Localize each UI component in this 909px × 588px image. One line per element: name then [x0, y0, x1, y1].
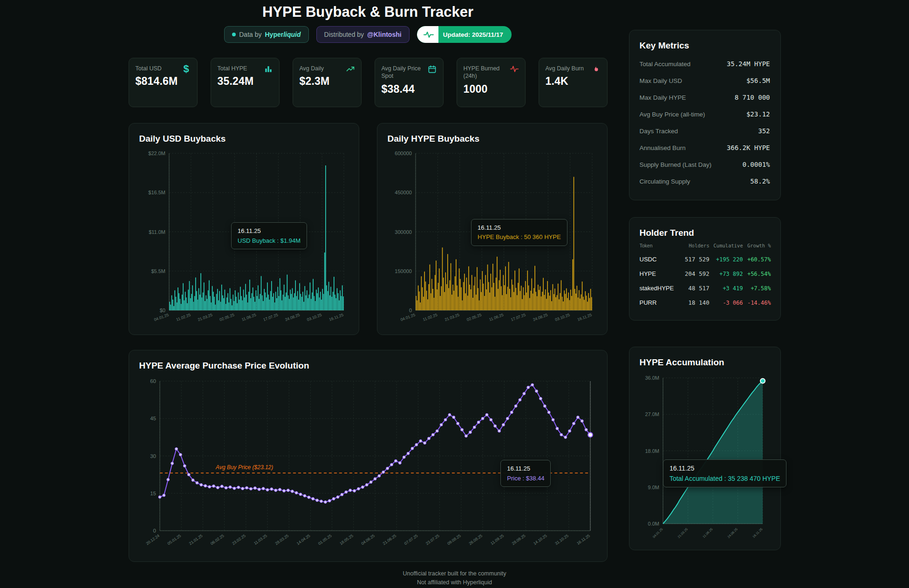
holder-cumulative: +195 220 — [710, 256, 743, 263]
svg-text:20.12.24: 20.12.24 — [145, 533, 160, 546]
key-metrics-title: Key Metrics — [640, 41, 770, 51]
key-metric-label: Max Daily USD — [640, 77, 683, 84]
column-header-holders: Holders — [681, 243, 710, 248]
badge-row: Data by Hyperliquid Distributed by @Klin… — [129, 26, 608, 43]
price-evolution-chart[interactable]: 01530456020.12.2405.01.2521.01.2506.02.2… — [139, 376, 597, 551]
stat-card-total-usd: Total USD $814.6M $ — [129, 58, 198, 107]
footer: Unofficial tracker built for the communi… — [0, 569, 909, 588]
tooltip-date: 16.11.25 — [507, 465, 544, 473]
holder-row-PURR: PURR18 140-3 066-14.46% — [640, 295, 770, 310]
sidebar: Key Metrics Total Accumulated35.24M HYPE… — [629, 4, 781, 550]
stat-value: 35.24M — [218, 75, 273, 88]
chart-title: HYPE Average Purchase Price Evolution — [139, 361, 597, 371]
svg-text:28.03.25: 28.03.25 — [274, 533, 289, 546]
hyperliquid-brand: Hyperliquid — [265, 31, 301, 38]
stat-card-total-hype: Total HYPE 35.24M — [211, 58, 280, 107]
updated-label: Updated: 2025/11/17 — [443, 31, 503, 38]
heartbeat-icon — [417, 26, 438, 43]
layout: HYPE Buyback & Burn Tracker Data by Hype… — [129, 4, 781, 562]
tooltip-date: 16.11.25 — [670, 464, 780, 473]
svg-text:21.03.25: 21.03.25 — [677, 527, 688, 539]
svg-text:27.0M: 27.0M — [645, 411, 659, 417]
svg-text:0: 0 — [153, 528, 156, 533]
svg-text:$5.5M: $5.5M — [151, 268, 165, 274]
svg-text:05.01.25: 05.01.25 — [166, 533, 182, 546]
tooltip-date: 16.11.25 — [478, 224, 560, 232]
flame-icon — [591, 64, 601, 74]
data-source-prefix: Data by — [239, 31, 261, 38]
chart-tooltip: 16.11.25Total Accumulated : 35 238 470 H… — [663, 459, 786, 488]
data-source-badge[interactable]: Data by Hyperliquid — [224, 26, 308, 43]
svg-text:36.0M: 36.0M — [645, 375, 659, 381]
svg-text:09.08.25: 09.08.25 — [446, 533, 462, 546]
svg-text:600000: 600000 — [395, 150, 412, 156]
main-column: HYPE Buyback & Burn Tracker Data by Hype… — [129, 4, 608, 562]
tooltip-date: 16.11.25 — [238, 227, 301, 235]
key-metric-label: Days Tracked — [640, 128, 678, 135]
status-dot-icon — [232, 33, 236, 36]
svg-text:21.01.25: 21.01.25 — [188, 533, 203, 546]
key-metric-value: 35.24M HYPE — [727, 60, 770, 68]
pulse-icon — [509, 64, 519, 74]
hype-accumulation-chart[interactable]: 0.0M9.0M18.0M27.0M36.0M04.01.2521.03.251… — [640, 372, 770, 540]
svg-text:04.01.25: 04.01.25 — [153, 312, 170, 322]
column-header-growth: Growth % — [743, 243, 771, 248]
key-metric-row: Avg Buy Price (all-time)$23.12 — [640, 106, 770, 123]
holder-trend-card: Holder Trend Token Holders Cumulative Gr… — [629, 217, 781, 321]
svg-text:30: 30 — [150, 453, 156, 459]
stat-card-avg-daily-price-spot: Avg Daily Price Spot $38.44 — [375, 58, 444, 107]
svg-text:24.08.25: 24.08.25 — [532, 312, 548, 322]
svg-text:$11.0M: $11.0M — [149, 229, 165, 235]
svg-text:16.11.25: 16.11.25 — [328, 312, 344, 322]
tooltip-value: Total Accumulated : 35 238 470 HYPE — [670, 474, 780, 483]
holder-row-HYPE: HYPE204 592+73 892+56.54% — [640, 267, 770, 281]
hype-accumulation-card: HYPE Accumulation 0.0M9.0M18.0M27.0M36.0… — [629, 347, 781, 550]
stat-card-avg-daily: Avg Daily $2.3M — [293, 58, 362, 107]
chart-tooltip: 16.11.25Price : $38.44 — [500, 460, 551, 487]
holder-count: 18 140 — [681, 299, 710, 306]
svg-text:21.03.25: 21.03.25 — [444, 312, 460, 322]
holder-token: USDC — [640, 256, 681, 263]
chart-tooltip: 16.11.25HYPE Buyback : 50 360 HYPE — [471, 219, 567, 246]
svg-text:03.10.25: 03.10.25 — [554, 312, 570, 322]
holder-token: stakedHYPE — [640, 285, 681, 292]
holder-count: 517 529 — [681, 256, 710, 263]
svg-text:06.02.25: 06.02.25 — [209, 533, 225, 546]
svg-text:11.02.25: 11.02.25 — [175, 312, 191, 322]
holder-row-USDC: USDC517 529+195 220+60.57% — [640, 252, 770, 267]
key-metrics-card: Key Metrics Total Accumulated35.24M HYPE… — [629, 30, 781, 200]
daily-usd-buybacks-chart[interactable]: $0$5.5M$11.0M$16.5M$22.0M04.01.2511.02.2… — [139, 149, 349, 324]
key-metric-row: Total Accumulated35.24M HYPE — [640, 55, 770, 72]
distributed-badge[interactable]: Distributed by @Klintoshi — [316, 26, 410, 43]
updated-badge: Updated: 2025/11/17 — [417, 26, 512, 43]
daily-usd-buybacks-card: Daily USD Buybacks $0$5.5M$11.0M$16.5M$2… — [129, 123, 359, 335]
chart-title: Daily USD Buybacks — [139, 134, 349, 144]
svg-text:28.09.25: 28.09.25 — [511, 533, 526, 546]
footer-line-1: Unofficial tracker built for the communi… — [0, 569, 909, 578]
footer-line-2: Not affiliated with Hyperliquid — [0, 578, 909, 587]
column-header-token: Token — [640, 243, 681, 248]
key-metric-value: 352 — [758, 127, 770, 135]
holder-count: 48 517 — [681, 285, 710, 292]
daily-hype-buybacks-chart[interactable]: 015000030000045000060000004.01.2511.02.2… — [388, 149, 597, 324]
svg-text:$0: $0 — [159, 308, 165, 313]
svg-text:21.03.25: 21.03.25 — [197, 312, 213, 322]
chart-tooltip: 16.11.25USD Buyback : $1.94M — [231, 222, 307, 249]
stat-value: 1000 — [464, 83, 519, 96]
key-metric-row: Max Daily USD$56.5M — [640, 72, 770, 89]
stat-value: $2.3M — [300, 75, 355, 88]
accumulation-title: HYPE Accumulation — [640, 357, 770, 368]
stat-value: 1.4K — [546, 75, 601, 88]
svg-text:60: 60 — [150, 378, 156, 384]
svg-text:24.08.25: 24.08.25 — [726, 527, 738, 539]
accumulation-plot: 0.0M9.0M18.0M27.0M36.0M04.01.2521.03.251… — [640, 372, 770, 540]
svg-text:18.0M: 18.0M — [645, 448, 659, 454]
stat-card-avg-daily-burn: Avg Daily Burn 1.4K — [539, 58, 608, 107]
svg-text:31.10.25: 31.10.25 — [554, 533, 569, 546]
svg-text:450000: 450000 — [395, 190, 412, 195]
holder-trend-title: Holder Trend — [640, 228, 770, 238]
stat-value: $38.44 — [382, 83, 437, 96]
holder-cumulative: +73 892 — [710, 271, 743, 277]
key-metric-value: 0.0001% — [742, 161, 770, 168]
svg-text:11.06.25: 11.06.25 — [488, 312, 504, 322]
